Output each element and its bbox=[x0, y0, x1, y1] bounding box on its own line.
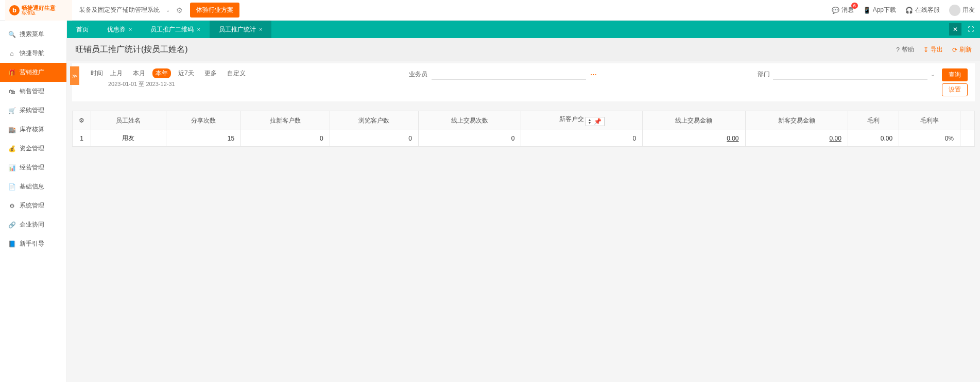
sidebar-item-marketing[interactable]: 🎁营销推广 bbox=[0, 63, 66, 82]
setting-button[interactable]: 设置 bbox=[942, 83, 968, 96]
tab-coupon[interactable]: 优惠券× bbox=[98, 21, 141, 38]
sidebar-item-guide[interactable]: 📘新手引导 bbox=[0, 234, 66, 253]
search-icon: 🔍 bbox=[8, 31, 15, 38]
doc-icon: 📄 bbox=[8, 183, 15, 190]
cell-nctx: 0 bbox=[521, 130, 643, 147]
col-namt[interactable]: 新客交易金额 bbox=[745, 111, 848, 130]
help-button[interactable]: ?帮助 bbox=[896, 45, 914, 54]
date-range-label: 2023-01-01 至 2023-12-31 bbox=[91, 80, 249, 88]
logo-sub-text: 标准版 bbox=[22, 11, 56, 16]
report-icon: 📊 bbox=[8, 164, 15, 171]
operator-label: 业务员 bbox=[409, 70, 427, 79]
logo-icon: b bbox=[9, 5, 20, 15]
col-name[interactable]: 员工姓名 bbox=[91, 111, 166, 130]
col-oamt[interactable]: 线上交易金额 bbox=[643, 111, 745, 130]
col-gear[interactable]: ⚙ bbox=[73, 111, 91, 130]
table-row[interactable]: 1 用友 15 0 0 0 0 0.00 0.00 0.00 0% bbox=[73, 130, 975, 147]
home-icon: ⌂ bbox=[8, 50, 15, 57]
time-filter: 时间 上月 本月 本年 近7天 更多 自定义 2023-01-01 至 2023… bbox=[91, 68, 249, 88]
cell-name: 用友 bbox=[91, 130, 166, 147]
experience-button[interactable]: 体验行业方案 bbox=[190, 3, 239, 18]
col-profit[interactable]: 毛利 bbox=[848, 111, 899, 130]
user-menu[interactable]: 用友 bbox=[949, 5, 975, 16]
fullscreen-button[interactable]: ⛶ bbox=[965, 23, 977, 36]
sidebar-item-stock[interactable]: 🏬库存核算 bbox=[0, 120, 66, 139]
close-icon[interactable]: × bbox=[259, 26, 262, 32]
tab-qrcode[interactable]: 员工推广二维码× bbox=[141, 21, 209, 38]
sort-arrows-icon: ▴▾ bbox=[589, 118, 591, 125]
collapse-button[interactable]: ≫ bbox=[70, 66, 79, 85]
query-button[interactable]: 查询 bbox=[942, 68, 968, 81]
chevron-down-icon: ⌄ bbox=[166, 7, 170, 13]
table-header-row: ⚙ 员工姓名 分享次数 拉新客户数 浏览客户数 线上交易次数 新客户交 ▴▾ 📌 bbox=[73, 111, 975, 130]
col-otx[interactable]: 线上交易次数 bbox=[419, 111, 521, 130]
tab-bar: 首页 优惠券× 员工推广二维码× 员工推广统计× ✕ ⛶ bbox=[67, 21, 980, 38]
download-button[interactable]: 📱 App下载 bbox=[863, 6, 896, 14]
col-spacer bbox=[960, 111, 975, 130]
cell-spacer bbox=[960, 130, 975, 147]
sidebar-item-base[interactable]: 📄基础信息 bbox=[0, 177, 66, 196]
cell-share: 15 bbox=[166, 130, 241, 147]
service-button[interactable]: 🎧 在线客服 bbox=[905, 6, 940, 14]
sidebar-item-sys[interactable]: ⚙系统管理 bbox=[0, 196, 66, 215]
sidebar-item-quick[interactable]: ⌂快捷导航 bbox=[0, 44, 66, 63]
filter-bar: ≫ 时间 上月 本月 本年 近7天 更多 自定义 2023-01-01 至 20… bbox=[72, 63, 975, 101]
dept-select[interactable] bbox=[773, 68, 927, 80]
cell-otx: 0 bbox=[419, 130, 521, 147]
operator-filter: 业务员 ⋯ bbox=[409, 68, 597, 80]
settings-icon: ⚙ bbox=[8, 202, 15, 210]
time-label: 时间 bbox=[91, 69, 103, 78]
close-all-button[interactable]: ✕ bbox=[949, 23, 961, 36]
close-icon[interactable]: × bbox=[129, 26, 132, 32]
chevron-down-icon[interactable]: ⌄ bbox=[931, 72, 935, 77]
export-icon: ↧ bbox=[923, 46, 929, 54]
sidebar-item-fund[interactable]: 💰资金管理 bbox=[0, 139, 66, 158]
logo-main-text: 畅捷通好生意 bbox=[22, 5, 56, 11]
cell-newc: 0 bbox=[241, 130, 330, 147]
operator-input[interactable] bbox=[432, 68, 586, 80]
bag-icon: 🛍 bbox=[8, 88, 15, 95]
gift-icon: 🎁 bbox=[8, 69, 15, 76]
chat-icon: 💬 bbox=[832, 7, 839, 14]
system-selector[interactable]: 装备及固定资产辅助管理系统 ⌄ ⚙ bbox=[79, 6, 183, 14]
refresh-button[interactable]: ⟳刷新 bbox=[952, 45, 972, 54]
col-share[interactable]: 分享次数 bbox=[166, 111, 241, 130]
top-header: b 畅捷通好生意 标准版 装备及固定资产辅助管理系统 ⌄ ⚙ 体验行业方案 💬 … bbox=[0, 0, 980, 21]
headset-icon: 🎧 bbox=[905, 7, 913, 14]
tab-stats[interactable]: 员工推广统计× bbox=[210, 21, 271, 38]
col-browse[interactable]: 浏览客户数 bbox=[330, 111, 418, 130]
sidebar-item-search[interactable]: 🔍搜索菜单 bbox=[0, 25, 66, 44]
close-icon[interactable]: × bbox=[197, 26, 200, 32]
more-icon[interactable]: ⋯ bbox=[590, 71, 597, 78]
header-right: 💬 消息 6 📱 App下载 🎧 在线客服 用友 bbox=[832, 5, 975, 16]
cell-oamt[interactable]: 0.00 bbox=[643, 130, 745, 147]
page-header: 旺铺员工推广统计(按员工姓名) ?帮助 ↧导出 ⟳刷新 bbox=[67, 38, 980, 61]
col-newc[interactable]: 拉新客户数 bbox=[241, 111, 330, 130]
avatar bbox=[949, 5, 960, 16]
sidebar-item-biz[interactable]: 📊经营管理 bbox=[0, 158, 66, 177]
tab-home[interactable]: 首页 bbox=[67, 21, 98, 38]
sidebar-item-sales[interactable]: 🛍销售管理 bbox=[0, 82, 66, 101]
time-opt-1[interactable]: 本月 bbox=[130, 68, 148, 78]
time-opt-5[interactable]: 自定义 bbox=[224, 68, 249, 78]
col-rate[interactable]: 毛利率 bbox=[899, 111, 960, 130]
time-opt-3[interactable]: 近7天 bbox=[175, 68, 197, 78]
export-button[interactable]: ↧导出 bbox=[923, 45, 943, 54]
sidebar: 🔍搜索菜单 ⌂快捷导航 🎁营销推广 🛍销售管理 🛒采购管理 🏬库存核算 💰资金管… bbox=[0, 21, 67, 382]
book-icon: 📘 bbox=[8, 240, 15, 248]
time-opt-4[interactable]: 更多 bbox=[201, 68, 220, 78]
refresh-icon: ⟳ bbox=[952, 46, 957, 54]
sidebar-item-purchase[interactable]: 🛒采购管理 bbox=[0, 101, 66, 120]
dept-filter: 部门 ⌄ bbox=[758, 68, 935, 80]
sort-control[interactable]: ▴▾ 📌 bbox=[586, 117, 605, 126]
dept-label: 部门 bbox=[758, 70, 770, 79]
cell-namt[interactable]: 0.00 bbox=[745, 130, 848, 147]
gear-icon[interactable]: ⚙ bbox=[176, 6, 183, 14]
table: ⚙ 员工姓名 分享次数 拉新客户数 浏览客户数 线上交易次数 新客户交 ▴▾ 📌 bbox=[72, 111, 975, 147]
col-nctx[interactable]: 新客户交 ▴▾ 📌 bbox=[521, 111, 643, 130]
time-opt-2[interactable]: 本年 bbox=[152, 68, 171, 78]
content: 首页 优惠券× 员工推广二维码× 员工推广统计× ✕ ⛶ 旺铺员工推广统计(按员… bbox=[67, 21, 980, 382]
time-opt-0[interactable]: 上月 bbox=[107, 68, 126, 78]
sidebar-item-ent[interactable]: 🔗企业协同 bbox=[0, 215, 66, 234]
notice-button[interactable]: 💬 消息 6 bbox=[832, 6, 854, 14]
